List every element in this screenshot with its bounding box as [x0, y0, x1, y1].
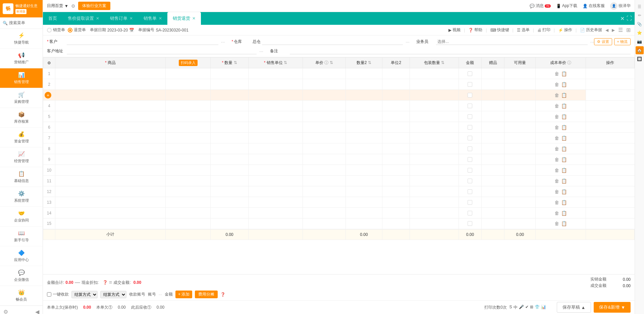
delete-row-icon[interactable]: 🗑	[554, 125, 559, 130]
calc-method-select[interactable]: 结算方式	[100, 291, 126, 298]
tab-price-settings[interactable]: 售价提取设置 ✕	[62, 12, 105, 25]
save-new-button[interactable]: 保存&新增 ▼	[594, 302, 631, 313]
online-service-button[interactable]: 👤 在线客服	[583, 3, 605, 9]
logistics-button[interactable]: + 物流	[614, 38, 631, 45]
gift-checkbox[interactable]	[468, 71, 472, 76]
copy-row-icon[interactable]: 📋	[561, 125, 567, 130]
copy-row-icon[interactable]: 📋	[561, 92, 567, 98]
qty-sort-icon[interactable]: ⇅	[234, 60, 237, 65]
delete-row-icon[interactable]: 🗑	[554, 200, 559, 205]
gift-checkbox[interactable]	[468, 168, 472, 173]
copy-row-icon[interactable]: 📋	[561, 71, 567, 76]
goods-cell[interactable]	[55, 111, 166, 122]
sidebar-item-guide[interactable]: 📖 新手引导	[0, 227, 43, 246]
delete-row-icon[interactable]: 🗑	[554, 103, 559, 109]
delete-row-icon[interactable]: 🗑	[554, 168, 559, 173]
gift-checkbox[interactable]	[468, 104, 472, 108]
copy-row-icon[interactable]: 📋	[561, 210, 567, 216]
shortcut-action[interactable]: ⌨ 快捷键	[490, 27, 509, 33]
copy-row-icon[interactable]: 📋	[561, 114, 567, 119]
tab-sales-order[interactable]: 销售订单 ✕	[105, 12, 138, 25]
sidebar-item-system[interactable]: ⚙️ 系统管理	[0, 187, 43, 207]
right-panel-icon-4[interactable]: ⭐	[636, 29, 644, 37]
gift-checkbox[interactable]	[468, 82, 472, 87]
header-settings-icon[interactable]: ⚙	[71, 3, 75, 9]
goods-cell[interactable]	[55, 197, 166, 208]
tab-home[interactable]: 首页	[43, 12, 62, 25]
prev-icon[interactable]: ◀	[605, 28, 608, 33]
operate-action[interactable]: ⚡ 操作	[558, 27, 572, 33]
sidebar-item-apps[interactable]: 🔷 应用中心	[0, 246, 43, 266]
gift-checkbox[interactable]	[468, 157, 472, 162]
copy-row-icon[interactable]: 📋	[561, 221, 567, 226]
delete-row-icon[interactable]: 🗑	[554, 178, 559, 184]
list-view-icon[interactable]: ☰	[618, 27, 623, 33]
delete-row-icon[interactable]: 🗑	[554, 135, 559, 141]
scan-button[interactable]: 扫码录入	[179, 60, 198, 66]
goods-cell[interactable]	[55, 90, 166, 101]
delete-row-icon[interactable]: 🗑	[554, 157, 559, 162]
sidebar-item-shortcuts[interactable]: ⚡ 快捷导航	[0, 29, 43, 49]
copy-row-icon[interactable]: 📋	[561, 189, 567, 194]
address-more-icon[interactable]: ···	[259, 49, 263, 54]
customer-more-icon[interactable]: ···	[221, 39, 225, 45]
copy-row-icon[interactable]: 📋	[561, 103, 567, 109]
tab-close-sales-order[interactable]: ✕	[129, 16, 133, 21]
copy-row-icon[interactable]: 📋	[561, 178, 567, 184]
gift-checkbox[interactable]	[468, 125, 472, 130]
history-action[interactable]: 📄 历史单据	[580, 27, 602, 33]
help-cash-icon[interactable]: ❓	[103, 280, 108, 285]
right-panel-icon-5[interactable]: 📷	[636, 38, 644, 46]
delete-row-icon[interactable]: 🗑	[554, 210, 559, 216]
goods-cell[interactable]	[55, 176, 166, 186]
help-action[interactable]: ❓ 帮助	[468, 27, 482, 33]
copy-row-icon[interactable]: 📋	[561, 157, 567, 162]
account-more-icon[interactable]: ···	[159, 292, 162, 297]
delete-row-icon[interactable]: 🗑	[554, 114, 559, 119]
delete-row-icon[interactable]: 🗑	[554, 82, 559, 87]
tab-close-all-icon[interactable]: ✕	[620, 15, 625, 22]
sidebar-item-enterprise[interactable]: 🤝 企业协同	[0, 207, 43, 227]
next-icon[interactable]: ▶	[612, 28, 615, 33]
goods-input[interactable]	[57, 93, 164, 98]
tab-sales[interactable]: 销售单 ✕	[138, 12, 167, 25]
add-row-button[interactable]: +	[45, 92, 51, 99]
sidebar-item-inventory[interactable]: 📦 库存核算	[0, 108, 43, 128]
grid-view-icon[interactable]: ⊞	[626, 27, 631, 33]
gift-checkbox[interactable]	[468, 189, 472, 194]
video-action[interactable]: ▶ 视频	[448, 27, 461, 33]
copy-row-icon[interactable]: 📋	[561, 168, 567, 173]
goods-cell[interactable]	[55, 133, 166, 143]
tab-close-price-settings[interactable]: ✕	[96, 16, 99, 21]
sidebar-item-marketing[interactable]: 📢 营销推广	[0, 49, 43, 68]
save-draft-button[interactable]: 保存草稿 ▲	[557, 302, 591, 313]
delete-row-icon[interactable]: 🗑	[554, 221, 559, 226]
delete-row-icon[interactable]: 🗑	[554, 71, 559, 76]
col-settings[interactable]: ⚙	[43, 58, 55, 68]
fee-help-icon[interactable]: ❓	[220, 292, 225, 297]
radio-return[interactable]: 退货单	[68, 27, 86, 33]
sidebar-item-wechat[interactable]: 💬 企业微信	[0, 266, 43, 286]
settle-method-select[interactable]: 结算方式	[71, 291, 98, 298]
collapse-icon[interactable]: ◀	[35, 309, 39, 314]
warehouse-more-icon[interactable]: ···	[406, 39, 410, 45]
settings-button[interactable]: ⚙ 设置	[594, 38, 612, 45]
sidebar-item-finance[interactable]: 💰 资金管理	[0, 128, 43, 147]
goods-cell[interactable]	[55, 143, 166, 154]
price-sort-icon[interactable]: ⇅	[330, 60, 333, 65]
goods-cell[interactable]	[55, 122, 166, 133]
tab-expand-icon[interactable]: ⛶	[627, 15, 632, 21]
settings-bottom-icon[interactable]: ⚙	[3, 309, 8, 314]
goods-cell[interactable]	[55, 154, 166, 165]
goods-cell[interactable]	[55, 186, 166, 197]
gift-checkbox[interactable]	[468, 114, 472, 119]
tab-return[interactable]: 销货退货 ✕	[167, 12, 201, 25]
copy-row-icon[interactable]: 📋	[561, 135, 567, 141]
goods-cell[interactable]	[55, 68, 166, 79]
gift-checkbox[interactable]	[468, 93, 472, 98]
copy-row-icon[interactable]: 📋	[561, 200, 567, 205]
calendar-icon[interactable]: 📅	[129, 28, 134, 33]
tab-close-return[interactable]: ✕	[192, 16, 196, 21]
sidebar-item-operations[interactable]: 📈 经营管理	[0, 147, 43, 167]
tab-close-sales[interactable]: ✕	[159, 16, 162, 21]
